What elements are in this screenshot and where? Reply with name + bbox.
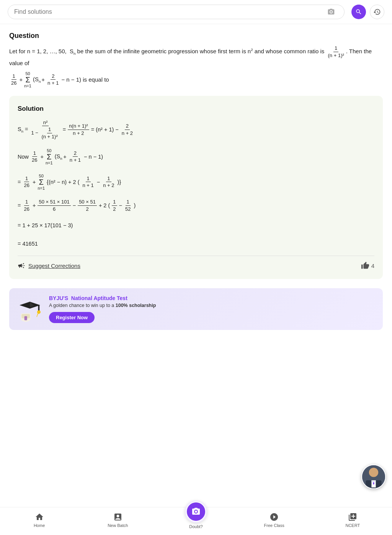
formula-frac: 1 26 [10, 73, 18, 86]
step4-frac4: 1 2 [112, 199, 117, 212]
step3-frac: 1 26 [23, 176, 30, 189]
suggest-corrections-text: Suggest Corrections [28, 263, 80, 269]
suggest-corrections-link[interactable]: Suggest Corrections [18, 262, 80, 269]
step4-frac1: 1 26 [23, 199, 30, 212]
banner-title: BYJU'S National Aptitude Test [49, 295, 376, 301]
svg-rect-3 [24, 316, 27, 320]
suggest-corrections-row: Suggest Corrections 4 [18, 256, 374, 270]
question-formula: 1 26 + 50 Σ n=1 (Sn + 2 n + 1 − n − 1) i… [9, 71, 383, 88]
solution-step-4: = 1 26 + 50 × 51 × 101 6 − 50 × 51 2 + 2… [18, 199, 374, 212]
step1-main-frac: n² 1 − 1 (n + 1)² [30, 120, 60, 140]
thumbs-up-icon [361, 261, 369, 270]
search-icon [355, 8, 362, 15]
step1-frac3: 2 n + 2 [121, 123, 134, 136]
banner-content: BYJU'S National Aptitude Test A golden c… [49, 295, 376, 323]
step4-frac3: 50 × 51 2 [78, 199, 97, 212]
header [0, 0, 392, 24]
solution-step-3: = 1 26 + 50 Σ n=1 {(n² − n) + 2 ( 1 n + … [18, 174, 374, 190]
main-content: Question Let for n = 1, 2, …, 50, Sn be … [0, 24, 392, 376]
camera-icon [327, 8, 335, 16]
history-icon [373, 8, 381, 16]
banner: BYJU'S National Aptitude Test A golden c… [9, 288, 383, 330]
step3-frac2: 1 n + 1 [82, 176, 95, 189]
banner-image [16, 295, 44, 323]
step4-frac5: 1 52 [124, 199, 132, 212]
megaphone-icon [18, 262, 25, 269]
step1-frac2: n(n + 1)² n + 2 [68, 123, 89, 136]
step3-frac3: 1 n + 2 [102, 176, 115, 189]
solution-label: Solution [18, 105, 374, 113]
search-input[interactable] [14, 8, 327, 15]
like-count: 4 [371, 263, 374, 269]
step3-sigma: 50 Σ n=1 [38, 174, 45, 190]
question-text: Let for n = 1, 2, …, 50, Sn be the sum o… [9, 45, 383, 68]
like-row[interactable]: 4 [361, 261, 374, 270]
step2-sigma: 50 Σ n=1 [46, 148, 53, 165]
question-section: Question Let for n = 1, 2, …, 50, Sn be … [9, 32, 383, 88]
question-label: Question [9, 32, 383, 40]
solution-step-2: Now 1 26 + 50 Σ n=1 (Sn + 2 n + 1 − n − … [18, 148, 374, 165]
solution-box: Solution Sn = n² 1 − 1 (n + 1)² = [9, 96, 383, 279]
search-bar[interactable] [8, 5, 345, 19]
step4-frac2: 50 × 51 × 101 6 [38, 199, 70, 212]
solution-step-1: Sn = n² 1 − 1 (n + 1)² = n(n + 1)² n + 2 [18, 120, 374, 140]
banner-subtitle: A golden chance to win up to a 100% scho… [49, 303, 376, 308]
history-button[interactable] [370, 5, 384, 19]
question-frac1: 1 (n + 1)² [327, 45, 345, 58]
solution-step-6: = 41651 [18, 239, 374, 249]
formula-sigma: 50 Σ n=1 [24, 71, 31, 88]
graduation-cap-illustration [16, 295, 44, 323]
svg-line-8 [37, 315, 38, 317]
step2-frac: 1 26 [31, 150, 38, 163]
formula-inner-frac: 2 n + 1 [46, 73, 60, 86]
step2-inner-frac: 2 n + 1 [69, 150, 82, 163]
register-button[interactable]: Register Now [49, 312, 95, 323]
search-button[interactable] [351, 5, 366, 19]
solution-step-5: = 1 + 25 × 17(101 − 3) [18, 220, 374, 230]
